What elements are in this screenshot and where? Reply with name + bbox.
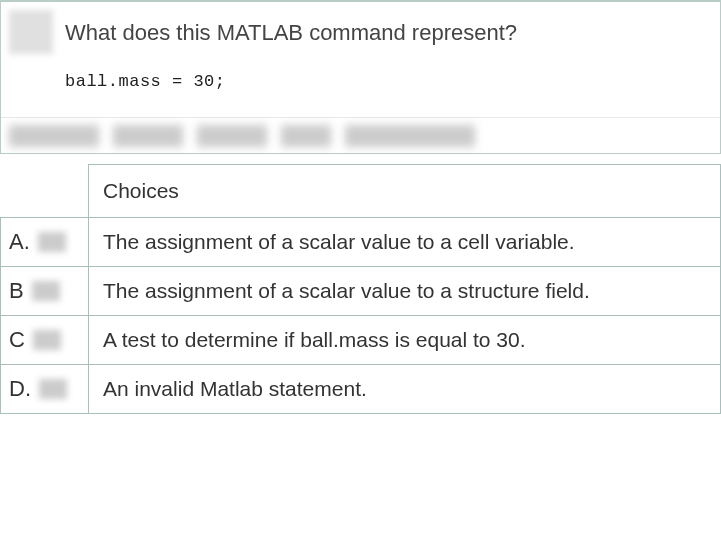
choice-text: The assignment of a scalar value to a st…	[89, 267, 721, 316]
question-prompt: What does this MATLAB command represent?	[61, 2, 529, 54]
choice-row[interactable]: A. The assignment of a scalar value to a…	[1, 218, 721, 267]
question-header: What does this MATLAB command represent?	[1, 2, 720, 54]
redacted-block	[33, 330, 61, 350]
choice-label-cell: C	[1, 316, 89, 365]
question-panel: What does this MATLAB command represent?…	[0, 0, 721, 154]
choices-header-row: Choices	[1, 165, 721, 218]
empty-header-cell	[1, 165, 89, 218]
choice-row[interactable]: B The assignment of a scalar value to a …	[1, 267, 721, 316]
redacted-block	[9, 125, 99, 147]
redacted-toolbar	[1, 117, 720, 153]
choice-label-cell: D.	[1, 365, 89, 414]
redacted-block	[39, 379, 67, 399]
choices-header-label: Choices	[89, 165, 721, 218]
choice-letter: B	[9, 278, 24, 303]
question-icon	[9, 10, 53, 54]
choice-label-cell: A.	[1, 218, 89, 267]
redacted-block	[197, 125, 267, 147]
redacted-block	[345, 125, 475, 147]
choice-label-cell: B	[1, 267, 89, 316]
choice-text: A test to determine if ball.mass is equa…	[89, 316, 721, 365]
choice-row[interactable]: C A test to determine if ball.mass is eq…	[1, 316, 721, 365]
choice-letter: A.	[9, 229, 30, 254]
choice-text: An invalid Matlab statement.	[89, 365, 721, 414]
redacted-block	[281, 125, 331, 147]
redacted-block	[113, 125, 183, 147]
choice-row[interactable]: D. An invalid Matlab statement.	[1, 365, 721, 414]
choice-letter: D.	[9, 376, 31, 401]
choice-letter: C	[9, 327, 25, 352]
redacted-block	[32, 281, 60, 301]
redacted-block	[38, 232, 66, 252]
choices-table: Choices A. The assignment of a scalar va…	[0, 164, 721, 414]
choice-text: The assignment of a scalar value to a ce…	[89, 218, 721, 267]
code-snippet: ball.mass = 30;	[1, 54, 720, 117]
